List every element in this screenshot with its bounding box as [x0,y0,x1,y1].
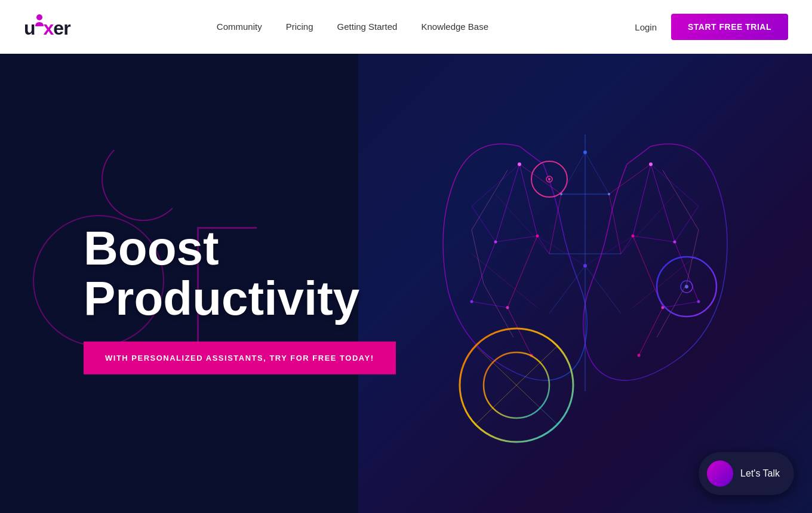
svg-point-50 [470,300,473,303]
svg-point-49 [632,234,635,237]
nav-link-getting-started[interactable]: Getting Started [337,21,398,32]
nav-link-pricing[interactable]: Pricing [286,21,313,32]
nav-item-community[interactable]: Community [217,21,262,32]
svg-line-3 [472,242,496,302]
nav-link-knowledge-base[interactable]: Knowledge Base [421,21,488,32]
start-trial-button[interactable]: START FREE TRIAL [671,14,788,40]
svg-point-47 [673,240,676,243]
svg-line-30 [472,254,537,308]
svg-line-6 [472,302,508,308]
svg-point-58 [583,264,587,268]
hero-title: Boost Productivity [84,223,396,323]
svg-line-29 [496,194,549,254]
logo-text: uxer [24,14,70,39]
svg-point-57 [608,193,610,195]
svg-line-34 [472,230,484,284]
svg-point-44 [518,162,521,166]
svg-point-71 [685,285,688,288]
svg-line-10 [537,236,549,254]
svg-line-28 [585,236,633,266]
hero-title-line1: Boost [84,221,219,274]
svg-line-13 [651,164,675,242]
svg-line-17 [639,308,663,355]
svg-line-5 [508,308,531,355]
svg-line-43 [585,266,621,314]
svg-point-68 [548,178,550,180]
hero-title-line2: Productivity [84,271,359,324]
chat-label: Let's Talk [740,468,780,479]
svg-point-59 [583,150,587,154]
svg-point-51 [697,300,700,303]
svg-line-31 [621,194,675,254]
nav-item-getting-started[interactable]: Getting Started [337,21,398,32]
nav-item-pricing[interactable]: Pricing [286,21,313,32]
svg-line-7 [496,236,537,242]
svg-line-42 [549,266,585,314]
svg-point-48 [536,234,539,237]
svg-point-52 [506,306,509,309]
svg-line-9 [549,194,561,254]
nav-link-community[interactable]: Community [217,21,262,32]
hero-visual [358,54,812,513]
svg-line-22 [621,236,633,254]
svg-line-19 [633,236,675,242]
navbar: uxer Community Pricing Getting Started K… [0,0,812,54]
svg-line-24 [651,164,699,206]
logo-x: x [44,17,54,39]
chat-avatar [707,460,733,487]
svg-line-27 [537,236,585,266]
svg-line-41 [585,152,609,194]
nav-item-knowledge-base[interactable]: Knowledge Base [421,21,488,32]
svg-line-1 [496,164,519,242]
login-link[interactable]: Login [635,22,657,32]
nav-links: Community Pricing Getting Started Knowle… [217,21,488,32]
svg-line-21 [609,194,621,254]
deco-circle-small [102,137,185,221]
svg-line-18 [663,302,699,308]
hero-cta-button[interactable]: WITH PERSONALIZED ASSISTANTS, TRY FOR FR… [84,341,396,374]
hero-content: Boost Productivity WITH PERSONALIZED ASS… [84,223,396,374]
svg-line-4 [508,236,537,308]
svg-point-0 [36,14,42,20]
logo[interactable]: uxer [24,14,70,39]
svg-point-46 [494,240,497,243]
chat-bubble[interactable]: Let's Talk [699,452,794,495]
svg-point-45 [649,162,653,166]
hero-section: Boost Productivity WITH PERSONALIZED ASS… [0,54,812,513]
nav-right: Login START FREE TRIAL [635,14,788,40]
brain-visualization [376,75,794,493]
svg-point-55 [638,354,641,357]
svg-line-12 [472,164,519,206]
